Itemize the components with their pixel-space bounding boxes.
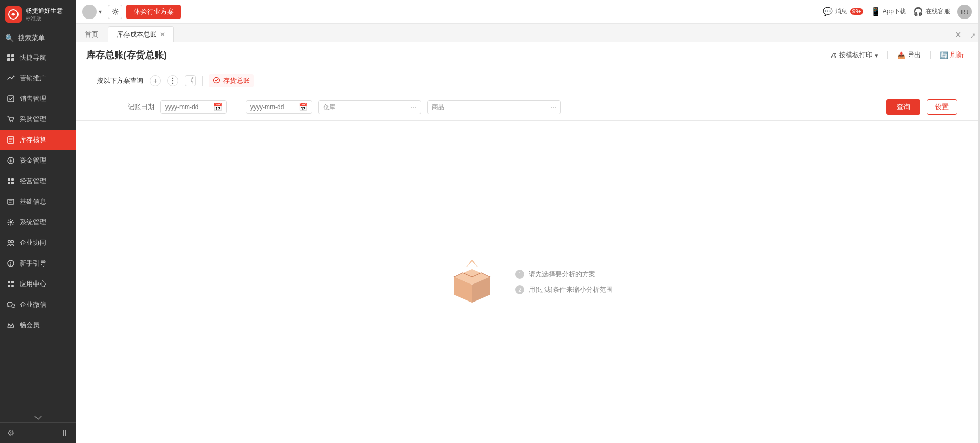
scheme-icon	[213, 77, 220, 85]
app-icon: 📱	[870, 7, 881, 16]
vip-icon	[6, 321, 15, 330]
product-select[interactable]: 商品 ⋯	[427, 100, 561, 114]
filter-add-btn[interactable]: +	[150, 75, 161, 86]
filter-collapse-btn[interactable]: 《	[185, 75, 196, 86]
settings-filter-btn[interactable]: 设置	[927, 99, 957, 115]
sidebar-item-quick-nav[interactable]: 快捷导航	[0, 47, 76, 68]
svg-point-28	[172, 83, 173, 84]
sidebar-item-vip[interactable]: 畅会员	[0, 315, 76, 335]
purchase-icon	[6, 115, 15, 124]
svg-point-8	[12, 121, 13, 122]
topbar: ▾ 体验行业方案 💬 消息 99+ 📱 App下载 🎧 在	[76, 0, 978, 24]
apps-icon	[6, 279, 15, 289]
sidebar-item-guide[interactable]: 新手引导	[0, 253, 76, 274]
tab-close-btn[interactable]: ✕	[160, 31, 165, 38]
guide-icon	[6, 259, 15, 268]
print-dropdown-icon: ▾	[875, 51, 878, 59]
collapse-btn[interactable]: ⏸	[61, 429, 69, 438]
support-btn[interactable]: 🎧 在线客服	[913, 7, 950, 16]
topbar-dropdown-icon[interactable]: ▾	[99, 8, 102, 15]
calendar-start-icon[interactable]: 📅	[213, 103, 222, 111]
sales-icon	[6, 94, 15, 103]
date-start-wrap: 📅	[160, 100, 227, 114]
refresh-btn[interactable]: 🔄 刷新	[936, 48, 968, 62]
page-header: 库存总账(存货总账) 🖨 按模板打印 ▾ 📤 导出 🔄	[76, 42, 978, 121]
sidebar-item-inventory[interactable]: 库存核算	[0, 130, 76, 150]
sidebar-item-operation[interactable]: 经营管理	[0, 171, 76, 191]
empty-state: 1 请先选择要分析的方案 2 用[过滤]条件来缩小分析范围	[76, 121, 978, 443]
app-download-btn[interactable]: 📱 App下载	[870, 7, 906, 16]
operation-icon	[6, 176, 15, 186]
svg-point-29	[214, 77, 220, 83]
tab-home[interactable]: 首页	[76, 26, 107, 42]
svg-point-18	[11, 241, 14, 243]
sidebar-nav: 快捷导航 营销推广 销售管理	[0, 47, 76, 413]
resize-panel-btn[interactable]: ⤢	[968, 29, 978, 42]
svg-rect-22	[11, 281, 14, 283]
inventory-icon	[6, 135, 15, 145]
svg-point-20	[10, 262, 11, 263]
topbar-user-avatar-right[interactable]: Rit	[957, 5, 972, 19]
page-title: 库存总账(存货总账)	[86, 49, 167, 61]
export-btn[interactable]: 📤 导出	[893, 48, 925, 62]
hint1-num: 1	[515, 270, 524, 279]
sidebar-scroll-down[interactable]	[0, 413, 76, 422]
close-panel-btn[interactable]: ✕	[953, 28, 964, 42]
sidebar-item-system[interactable]: 系统管理	[0, 212, 76, 233]
sidebar-logo: 畅捷通好生意 标准版	[0, 0, 76, 29]
finance-icon	[6, 156, 15, 165]
message-btn[interactable]: 💬 消息 99+	[823, 7, 863, 16]
sidebar-item-finance[interactable]: 资金管理	[0, 150, 76, 171]
print-btn[interactable]: 🖨 按模板打印 ▾	[826, 48, 882, 62]
right-panel[interactable]	[978, 0, 980, 443]
sidebar-item-purchase[interactable]: 采购管理	[0, 109, 76, 130]
sidebar-item-wechat[interactable]: 企业微信	[0, 294, 76, 315]
basic-info-icon	[6, 197, 15, 206]
svg-rect-13	[8, 182, 10, 184]
empty-texts: 1 请先选择要分析的方案 2 用[过滤]条件来缩小分析范围	[515, 270, 612, 294]
sidebar-item-sales[interactable]: 销售管理	[0, 88, 76, 109]
svg-point-25	[114, 10, 117, 13]
sidebar-item-apps[interactable]: 应用中心	[0, 274, 76, 294]
svg-rect-11	[8, 178, 10, 181]
action-divider1	[887, 51, 888, 59]
filter-scheme-item[interactable]: 存货总账	[209, 74, 254, 87]
date-end-wrap: 📅	[246, 100, 312, 114]
svg-rect-12	[11, 178, 14, 181]
message-icon: 💬	[823, 7, 833, 16]
svg-rect-14	[11, 182, 14, 184]
industry-btn[interactable]: 体验行业方案	[126, 5, 181, 19]
action-divider2	[930, 51, 931, 59]
filter-row: 记账日期 📅 — 📅 仓库 ⋯ 商品 ⋯ 查询	[86, 94, 968, 120]
date-start-input[interactable]	[165, 103, 211, 111]
tab-inventory-ledger[interactable]: 库存成本总账 ✕	[108, 26, 174, 42]
wechat-icon	[6, 300, 15, 309]
query-btn[interactable]: 查询	[886, 99, 920, 115]
settings-btn[interactable]: ⚙	[7, 428, 14, 438]
date-field-label: 记账日期	[128, 102, 154, 112]
topbar-left: ▾ 体验行业方案	[82, 5, 823, 19]
support-icon: 🎧	[913, 7, 923, 16]
tabbar: 首页 库存成本总账 ✕ ✕ ⤢	[76, 24, 978, 42]
date-separator: —	[233, 103, 240, 111]
topbar-user-area[interactable]: ▾	[82, 5, 104, 19]
filter-bar: 按以下方案查询 + 《	[86, 68, 968, 94]
warehouse-select[interactable]: 仓库 ⋯	[318, 100, 421, 114]
sidebar-item-basic-info[interactable]: 基础信息	[0, 191, 76, 212]
date-end-input[interactable]	[250, 103, 297, 111]
topbar-settings-btn[interactable]	[108, 5, 122, 19]
search-menu-item[interactable]: 🔍 搜索菜单	[0, 29, 76, 47]
empty-hint-1: 1 请先选择要分析的方案	[515, 270, 612, 279]
system-icon	[6, 218, 15, 227]
calendar-end-icon[interactable]: 📅	[299, 103, 307, 111]
topbar-user-avatar	[82, 5, 97, 19]
empty-icon-area	[441, 251, 503, 313]
sidebar-item-marketing[interactable]: 营销推广	[0, 68, 76, 88]
svg-rect-23	[8, 285, 10, 287]
main-area: ▾ 体验行业方案 💬 消息 99+ 📱 App下载 🎧 在	[76, 0, 978, 443]
sidebar-item-cooperation[interactable]: 企业协同	[0, 233, 76, 253]
filter-section-label: 按以下方案查询	[97, 76, 143, 85]
svg-rect-21	[8, 281, 10, 283]
svg-rect-4	[11, 58, 14, 61]
filter-more-btn[interactable]	[167, 75, 178, 86]
